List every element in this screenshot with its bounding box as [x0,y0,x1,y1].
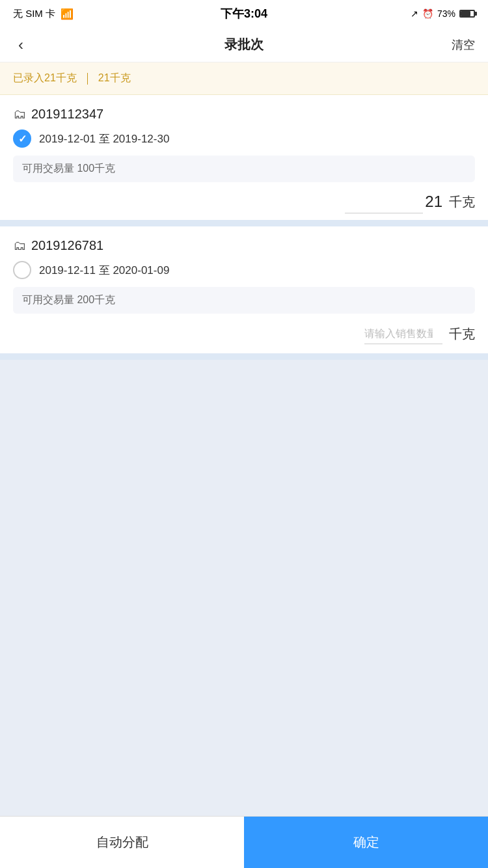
batch-2-date-row: 2019-12-11 至 2020-01-09 [0,257,488,287]
batch-2-radio[interactable] [13,261,31,279]
sim-text: 无 SIM 卡 [13,8,55,20]
nav-bar: ‹ 录批次 清空 [0,27,488,62]
recorded-amount-label: 已录入21千克 [13,72,77,85]
batch-1-radio[interactable] [13,129,31,148]
info-banner: 已录入21千克 21千克 [0,62,488,95]
batch-1-id: 2019112347 [31,107,103,122]
batch-1-header: 🗂 2019112347 [0,95,488,126]
batch-1-available: 可用交易量 100千克 [13,156,475,182]
section-divider-1 [0,220,488,226]
clear-button[interactable]: 清空 [452,37,475,53]
batch-2-quantity-input[interactable] [364,324,442,344]
batch-item-2: 🗂 2019126781 2019-12-11 至 2020-01-09 可用交… [0,226,488,353]
batch-2-icon: 🗂 [13,238,26,253]
batch-1-icon: 🗂 [13,107,26,122]
batch-1-value: 21 [425,193,442,211]
batch-1-date: 2019-12-01 至 2019-12-30 [39,131,169,146]
batch-2-available: 可用交易量 200千克 [13,287,475,314]
batch-1-date-row: 2019-12-01 至 2019-12-30 [0,126,488,156]
empty-area [0,360,488,868]
status-left: 无 SIM 卡 📶 [13,8,74,20]
bottom-bar: 自动分配 确定 [0,816,488,868]
back-button[interactable]: ‹ [13,33,29,57]
banner-divider [87,73,88,85]
wifi-icon: 📶 [61,8,74,20]
batch-2-input-row: 千克 [0,314,488,353]
auto-distribute-button[interactable]: 自动分配 [0,817,244,868]
batch-2-header: 🗂 2019126781 [0,226,488,257]
battery-icon [459,10,475,18]
batch-1-unit: 千克 [449,193,475,211]
location-icon: ↗ [411,8,418,19]
batch-2-date: 2019-12-11 至 2020-01-09 [39,263,169,278]
batch-item-1: 🗂 2019112347 2019-12-01 至 2019-12-30 可用交… [0,95,488,220]
page-title: 录批次 [224,36,264,53]
section-divider-2 [0,353,488,360]
battery-percent: 73% [437,8,455,19]
status-time: 下午3:04 [221,6,267,21]
recorded-amount-value: 21千克 [98,72,131,85]
alarm-icon: ⏰ [422,8,433,19]
batch-2-unit: 千克 [449,325,475,343]
batch-2-id: 2019126781 [31,238,103,253]
batch-1-input-row: 21 千克 [0,182,488,220]
confirm-button[interactable]: 确定 [244,817,488,868]
status-right: ↗ ⏰ 73% [411,8,475,19]
status-bar: 无 SIM 卡 📶 下午3:04 ↗ ⏰ 73% [0,0,488,27]
